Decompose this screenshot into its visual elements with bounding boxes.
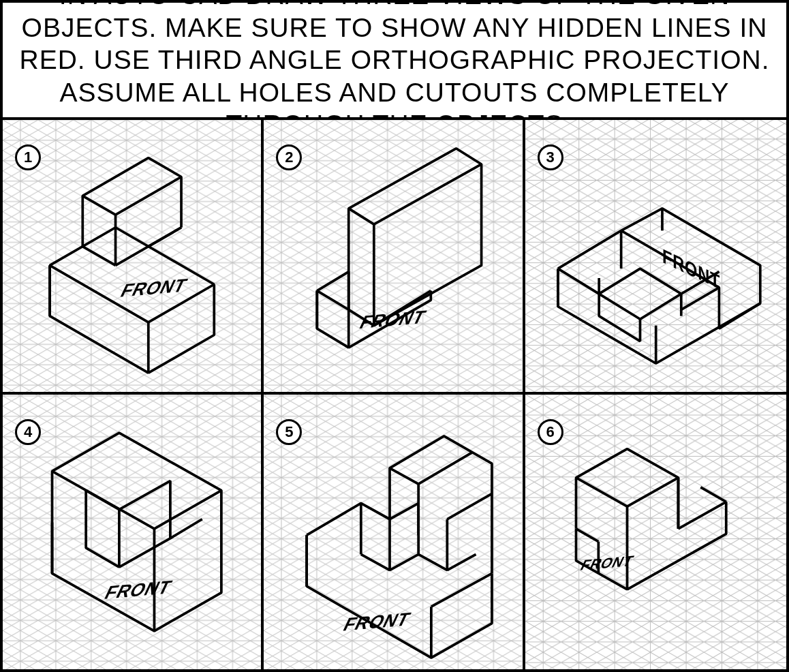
cell-3: 3 [525,120,786,395]
front-label: FRONT [102,576,176,602]
instructions-text: IN AUTO-CAD DRAW THREE VIEWS OF THE GIVE… [3,3,786,120]
cell-number-badge: 1 [15,144,41,170]
iso-drawing-1: FRONT [3,120,261,392]
iso-drawing-4: FRONT [3,395,261,669]
cell-number-badge: 6 [538,419,563,445]
cell-4: 4 FRONT [3,395,264,669]
cell-2: 2 [264,120,525,395]
front-label: FRONT [356,307,430,333]
cell-5: 5 [264,395,525,669]
cell-6: 6 [525,395,786,669]
drawing-grid: 1 [3,120,786,669]
iso-drawing-5: FRONT [264,395,522,669]
front-label: FRONT [117,275,191,301]
worksheet: IN AUTO-CAD DRAW THREE VIEWS OF THE GIVE… [0,0,789,672]
cell-number-badge: 4 [15,419,41,445]
iso-drawing-2: FRONT [264,120,522,392]
cell-number-badge: 3 [538,144,563,170]
iso-drawing-6: FRONT [525,395,786,669]
iso-drawing-3: FRONT [525,120,786,392]
cell-1: 1 [3,120,264,395]
